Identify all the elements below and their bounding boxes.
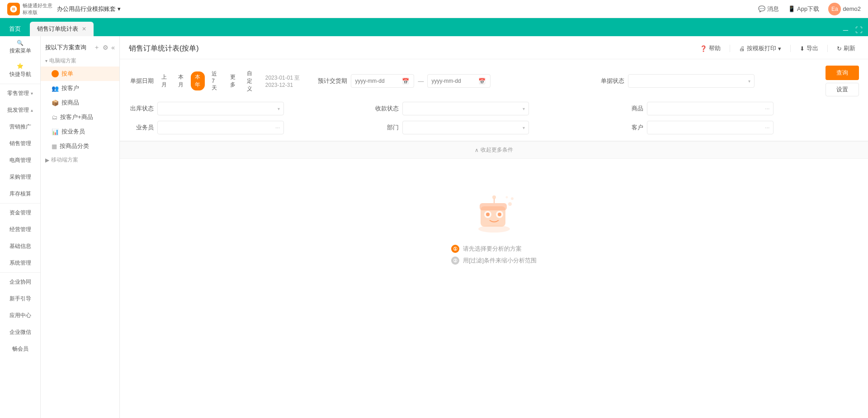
app-title-dropdown[interactable]: 办公用品行业模拟账套 ▾ — [57, 5, 121, 13]
this-month-btn[interactable]: 本月 — [174, 71, 188, 90]
last-month-btn[interactable]: 上月 — [157, 71, 171, 90]
empty-svg-illustration — [467, 186, 521, 236]
panel-title: 按以下方案查询 — [45, 43, 86, 52]
tab-maximize-btn[interactable]: ⛶ — [854, 24, 864, 36]
circle-active-icon — [52, 70, 59, 77]
sidebar-item-retail[interactable]: 零售管理 ▾ — [0, 85, 40, 102]
sidebar-item-finance[interactable]: 资金管理 — [0, 204, 40, 221]
customer-more-btn[interactable]: ··· — [761, 124, 773, 131]
app-title: 办公用品行业模拟账套 — [57, 5, 116, 13]
delivery-end-field[interactable] — [431, 78, 476, 84]
template-print-btn[interactable]: 🖨 按模板打印 ▾ — [736, 43, 785, 54]
salesperson-more-btn[interactable]: ··· — [272, 124, 283, 131]
filter-row-1: 单据日期 上月 本月 本年 近7天 更多 自定义 2023-01-01 至 20… — [129, 66, 859, 96]
panel-settings-btn[interactable]: ⚙ — [103, 44, 108, 51]
tab-home[interactable]: 首页 — [2, 22, 28, 36]
people-icon: 👥 — [52, 85, 59, 92]
custom-btn[interactable]: 自定义 — [243, 68, 260, 95]
panel-collapse-btn[interactable]: « — [111, 44, 115, 51]
calendar-end-icon[interactable]: 📅 — [478, 78, 486, 85]
phone-icon: 📱 — [788, 5, 795, 12]
out-status-select[interactable]: ▾ — [157, 102, 284, 115]
chevron-down-icon: ▾ — [278, 106, 280, 111]
app-download-btn[interactable]: 📱 App下载 — [788, 5, 819, 13]
panel-item-by-salesperson[interactable]: 📊 按业务员 — [41, 124, 119, 139]
goods-more-btn[interactable]: ··· — [761, 105, 773, 112]
empty-state: ① 请先选择要分析的方案 ② 用[过滤]条件来缩小分析范围 — [120, 159, 868, 292]
sidebar-item-wholesale[interactable]: 批发管理 ▴ — [0, 102, 40, 119]
svg-rect-2 — [480, 203, 507, 210]
refresh-btn[interactable]: ↻ 刷新 — [833, 43, 859, 54]
panel-add-btn[interactable]: ＋ — [94, 43, 100, 52]
goods-input[interactable]: ··· — [647, 102, 774, 115]
sidebar-search-btn[interactable]: 🔍 搜索菜单 — [0, 36, 40, 58]
chevron-down-icon: ▾ — [523, 125, 525, 130]
collection-status-select[interactable]: ▾ — [402, 102, 529, 115]
tab-sales-stats[interactable]: 销售订单统计表 ✕ — [30, 22, 94, 36]
filter-area: 单据日期 上月 本月 本年 近7天 更多 自定义 2023-01-01 至 20… — [120, 59, 868, 141]
export-icon: ⬇ — [800, 45, 805, 52]
sidebar-item-member[interactable]: 畅会员 — [0, 341, 40, 357]
sidebar-item-enterprise[interactable]: 企业协同 — [0, 274, 40, 290]
panel-item-by-category[interactable]: ▦ 按商品分类 — [41, 139, 119, 153]
salesperson-input[interactable]: ··· — [157, 121, 284, 134]
sidebar-item-sales[interactable]: 销售管理 — [0, 135, 40, 152]
date-shortcut-group: 上月 本月 本年 近7天 更多 自定义 — [157, 68, 260, 95]
calendar-start-icon[interactable]: 📅 — [402, 78, 409, 85]
settings-btn[interactable]: 设置 — [826, 83, 859, 96]
dept-select[interactable]: ▾ — [402, 121, 529, 134]
panel-header-actions: ＋ ⚙ « — [94, 43, 115, 52]
sidebar-item-inventory[interactable]: 库存核算 — [0, 185, 40, 202]
panel-item-by-product[interactable]: 📦 按商品 — [41, 95, 119, 110]
panel-item-by-order[interactable]: 按单 — [41, 66, 119, 81]
svg-point-8 — [492, 195, 496, 199]
goods-field[interactable] — [647, 103, 761, 114]
refresh-icon: ↻ — [837, 45, 842, 52]
tab-minimize-btn[interactable]: ─ — [841, 24, 850, 36]
last-7-btn[interactable]: 近7天 — [208, 68, 223, 94]
doc-status-select[interactable]: ▾ — [628, 74, 755, 88]
sidebar-item-ecommerce[interactable]: 电商管理 — [0, 152, 40, 169]
top-bar-left: 畅捷通好生意 标准版 办公用品行业模拟账套 ▾ — [7, 2, 121, 15]
sidebar-item-guide[interactable]: 新手引导 — [0, 290, 40, 307]
sidebar-item-enterprise-wechat[interactable]: 企业微信 — [0, 324, 40, 341]
sidebar-item-operation[interactable]: 经营管理 — [0, 221, 40, 238]
delivery-start-input[interactable]: 📅 — [351, 74, 414, 88]
more-btn[interactable]: 更多 — [226, 71, 240, 90]
user-menu[interactable]: Ea demo2 — [828, 3, 861, 15]
main-layout: 🔍 搜索菜单 ⭐ 快捷导航 零售管理 ▾ 批发管理 ▴ 营销推广 销售管理 电商… — [0, 36, 868, 418]
sidebar-item-purchase[interactable]: 采购管理 — [0, 169, 40, 185]
sidebar-item-basic-info[interactable]: 基础信息 — [0, 238, 40, 255]
panel-section-mobile[interactable]: ▶ 移动端方案 — [41, 153, 119, 166]
divider-1 — [730, 45, 730, 52]
delivery-start-field[interactable] — [355, 78, 400, 84]
page-title: 销售订单统计表(按单) — [129, 44, 199, 53]
sidebar-item-quick-nav[interactable]: ⭐ 快捷导航 — [0, 58, 40, 83]
customer-input[interactable]: ··· — [647, 121, 774, 134]
question-icon: ❓ — [700, 45, 707, 52]
delivery-end-input[interactable]: 📅 — [427, 74, 491, 88]
sidebar-item-marketing[interactable]: 营销推广 — [0, 119, 40, 135]
doc-status-label: 单据状态 — [599, 77, 624, 85]
chevron-down-icon: ▾ — [31, 91, 33, 96]
sidebar-item-system[interactable]: 系统管理 — [0, 255, 40, 271]
export-btn[interactable]: ⬇ 导出 — [796, 43, 822, 54]
salesperson-field[interactable] — [158, 122, 272, 133]
collapse-bar[interactable]: ∧ 收起更多条件 — [120, 141, 868, 159]
this-year-btn[interactable]: 本年 — [191, 71, 205, 90]
customer-field[interactable] — [647, 122, 761, 133]
logo-icon — [7, 3, 20, 15]
sidebar-item-app-center[interactable]: 应用中心 — [0, 307, 40, 324]
panel-item-by-customer[interactable]: 👥 按客户 — [41, 81, 119, 95]
message-btn[interactable]: 💬 消息 — [758, 5, 779, 13]
tab-close-btn[interactable]: ✕ — [82, 26, 86, 32]
panel-section-pc[interactable]: ▾ 电脑端方案 — [41, 54, 119, 66]
top-bar-right: 💬 消息 📱 App下载 Ea demo2 — [758, 3, 861, 15]
panel-item-by-customer-product[interactable]: 🗂 按客户+商品 — [41, 110, 119, 124]
query-btn[interactable]: 查询 — [826, 66, 859, 80]
help-btn[interactable]: ❓ 帮助 — [696, 43, 724, 54]
out-status-block: 出库状态 ▾ — [129, 102, 369, 115]
dropdown-icon: ▾ — [118, 5, 121, 12]
chevron-up-icon: ∧ — [475, 147, 479, 153]
dept-label: 部门 — [374, 124, 399, 132]
